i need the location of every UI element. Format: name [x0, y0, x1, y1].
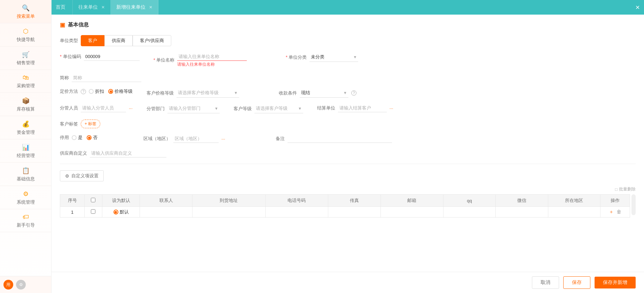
disabled-no-radio[interactable]: 否 [87, 135, 97, 141]
phone-input[interactable] [279, 210, 314, 215]
payment-help-icon[interactable]: ? [351, 90, 356, 96]
custom-settings-label: 自定义项设置 [71, 173, 99, 179]
payment-terms-field: 收款条件 现结 ▼ ? [279, 88, 356, 98]
region-label: 区域（地区） [143, 136, 171, 142]
tab-partner-list[interactable]: 往来单位 ✕ [73, 0, 111, 15]
unit-code-field: 单位编码 [60, 52, 140, 61]
cell-contact[interactable] [140, 207, 192, 218]
sidebar-item-inventory[interactable]: 📦 库存核算 [0, 93, 51, 116]
unit-type-group: 客户 供应商 客户/供应商 [81, 35, 171, 46]
payment-dropdown-icon: ▼ [343, 91, 347, 95]
supplier-custom-input[interactable] [90, 149, 166, 157]
cell-email[interactable] [380, 207, 443, 218]
window-close-icon[interactable]: ✕ [635, 4, 640, 11]
gear-icon: ⚙ [23, 190, 29, 198]
sidebar-item-system[interactable]: ⚙ 系统管理 [0, 186, 51, 209]
sidebar-item-label: 基础信息 [17, 176, 35, 182]
col-checkbox [85, 195, 102, 207]
region-input[interactable] [173, 135, 219, 143]
disabled-yes-radio[interactable]: 是 [72, 135, 83, 141]
settings-bottom-icon[interactable]: ⚙ [16, 280, 26, 290]
cell-qq[interactable] [443, 207, 495, 218]
settlement-more-btn[interactable]: ··· [390, 106, 393, 111]
sidebar-item-purchase[interactable]: 🛍 采购管理 [0, 70, 51, 93]
unit-type-both-btn[interactable]: 客户/供应商 [133, 35, 171, 46]
sidebar-item-base-info[interactable]: 📋 基础信息 [0, 163, 51, 186]
payment-terms-select[interactable]: 现结 ▼ [300, 88, 348, 98]
table-scrollbar[interactable] [631, 194, 636, 215]
pricing-radio-group: 折扣 价格等级 [89, 88, 133, 95]
no-radio-circle [87, 135, 92, 140]
sidebar-item-quick-nav[interactable]: ⬡ 快捷导航 [0, 23, 51, 47]
select-all-checkbox[interactable] [91, 198, 95, 202]
finance-icon: 💰 [22, 120, 30, 128]
section-divider [60, 164, 636, 164]
contacts-table: 序号 设为默认 联系人 到货地址 电话号码 传真 邮箱 qq 微信 所在地区 操… [60, 194, 630, 218]
cell-address[interactable] [192, 207, 265, 218]
delete-row-btn[interactable]: 🗑 [616, 209, 621, 215]
no-label: 否 [93, 135, 97, 141]
cancel-button[interactable]: 取消 [532, 276, 559, 289]
row-checkbox[interactable] [91, 209, 95, 214]
unit-category-label: 单位分类 [286, 54, 307, 60]
pricing-help-icon[interactable]: ? [81, 89, 86, 94]
unit-type-supplier-btn[interactable]: 供应商 [104, 35, 133, 46]
discount-label: 折扣 [95, 88, 104, 95]
unit-category-select[interactable]: 未分类 ▼ [309, 52, 358, 62]
cell-region[interactable] [548, 207, 600, 218]
cell-fax[interactable] [328, 207, 380, 218]
sidebar-item-search[interactable]: 🔍 搜索菜单 [0, 0, 51, 23]
level-dropdown-icon: ▼ [298, 106, 302, 111]
unit-type-label: 单位类型 [60, 38, 78, 44]
table-body: 1 默认 [60, 207, 630, 218]
unit-name-input[interactable] [177, 52, 247, 61]
email-input[interactable] [394, 210, 429, 215]
sidebar-item-guide[interactable]: 🏷 新手引导 [0, 209, 51, 232]
cell-default: 默认 [102, 207, 140, 218]
abbreviation-input[interactable] [72, 74, 141, 82]
unit-type-customer-btn[interactable]: 客户 [81, 35, 104, 46]
unit-code-input[interactable] [84, 52, 140, 61]
department-select[interactable]: 请输入分管部门 ▼ [167, 104, 220, 113]
tab-partner-close-icon[interactable]: ✕ [101, 5, 105, 10]
tab-add-partner[interactable]: 新增往来单位 ✕ [111, 0, 158, 15]
save-button[interactable]: 保存 [563, 276, 590, 289]
manager-label: 分管人员 [60, 105, 78, 111]
cell-wechat[interactable] [496, 207, 548, 218]
batch-delete-area[interactable]: □ 批量删除 [60, 186, 636, 192]
tab-home[interactable]: 首页 [56, 0, 73, 15]
manager-more-btn[interactable]: ··· [129, 106, 133, 111]
tab-add-partner-close-icon[interactable]: ✕ [149, 5, 152, 10]
region-table-input[interactable] [560, 210, 588, 215]
custom-settings-btn[interactable]: ⚙ 自定义项设置 [60, 170, 104, 181]
customer-level-select[interactable]: 请选择客户等级 ▼ [254, 104, 303, 113]
category-dropdown-icon: ▼ [353, 55, 357, 59]
region-more-btn[interactable]: ··· [221, 136, 225, 141]
pricing-level-radio[interactable]: 价格等级 [108, 88, 133, 95]
settlement-unit-input[interactable] [338, 104, 387, 112]
inventory-icon: 📦 [22, 97, 30, 105]
pricing-row: 定价方法 ? 折扣 价格等级 客户价格等级 请选择客户价格等级 [60, 88, 636, 98]
contact-input[interactable] [152, 210, 180, 215]
wechat-input[interactable] [508, 210, 536, 215]
address-input[interactable] [208, 210, 250, 215]
search-icon: 🔍 [22, 4, 30, 12]
row-action: ＋ 🗑 [604, 209, 626, 215]
fax-input[interactable] [340, 210, 368, 215]
cell-phone[interactable] [265, 207, 328, 218]
pricing-method-field: 定价方法 ? 折扣 价格等级 [60, 88, 133, 95]
qq-input[interactable] [456, 210, 484, 215]
sidebar-item-sales[interactable]: 🛒 销售管理 [0, 47, 51, 70]
add-tag-btn[interactable]: + 标签 [81, 120, 100, 128]
default-radio[interactable]: 默认 [106, 209, 136, 215]
col-default: 设为默认 [102, 195, 140, 207]
user-avatar[interactable]: 用 [3, 280, 13, 290]
save-and-new-button[interactable]: 保存并新增 [595, 277, 636, 288]
sidebar-item-finance[interactable]: 💰 资金管理 [0, 116, 51, 139]
add-row-btn[interactable]: ＋ [609, 209, 614, 215]
manager-input[interactable] [81, 104, 126, 112]
remark-input[interactable] [288, 135, 392, 143]
pricing-discount-radio[interactable]: 折扣 [89, 88, 104, 95]
sidebar-item-operations[interactable]: 📊 经营管理 [0, 139, 51, 163]
customer-price-level-select[interactable]: 请选择客户价格等级 ▼ [176, 88, 239, 98]
